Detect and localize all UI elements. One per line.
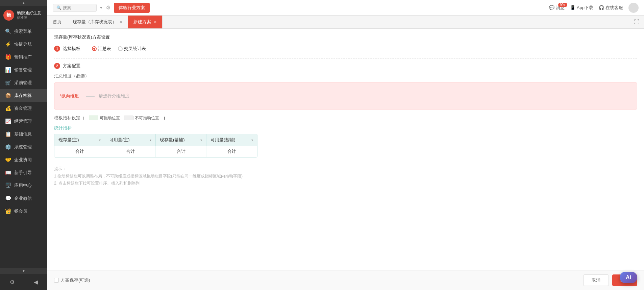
sidebar-item-label: 应用中心 <box>14 183 32 189</box>
cancel-button[interactable]: 取消 <box>583 274 609 286</box>
radio-cross-label: 交叉统计表 <box>124 46 146 52</box>
app-name-block: 畅赚通好生意 标准版 <box>17 10 41 21</box>
sales-icon: 📊 <box>5 67 11 73</box>
section1-header: 1 选择模板 汇总表 交叉统计表 <box>54 46 637 52</box>
indicator-settings: 模板指标设定（ 可拖动位置 不可拖动位置 ） <box>54 115 637 121</box>
bottom-bar: 方案保存(可选) 取消 查询 <box>47 270 644 290</box>
tab-inventory-status[interactable]: 现存量（库存状况表） ✕ <box>67 16 128 28</box>
stat-cell-2: 合计 <box>105 146 156 157</box>
search-chevron-icon[interactable]: ▾ <box>100 5 102 10</box>
sidebar-item-label: 快捷导航 <box>14 41 32 47</box>
sidebar-item-label: 资金管理 <box>14 105 32 112</box>
col3-chevron-icon[interactable]: ▾ <box>200 138 202 142</box>
sidebar-item-sales[interactable]: 📊 销售管理 <box>0 64 47 76</box>
col2-label: 可用量(主) <box>109 137 130 143</box>
col4-chevron-icon[interactable]: ▾ <box>251 138 253 142</box>
sidebar-item-marketing[interactable]: 🎁 营销推广 <box>0 51 47 64</box>
sidebar-item-basic-info[interactable]: 📋 基础信息 <box>0 128 47 141</box>
sidebar-item-cooperation[interactable]: 🤝 企业协同 <box>0 153 47 166</box>
sidebar-item-member[interactable]: 👑 畅会员 <box>0 205 47 218</box>
tips-item1: 1.拖动标题栏可以调整布局，不可跨维度或指标区域拖动栏目字段(只能在同一维度或指… <box>54 173 637 180</box>
tips-title: 提示： <box>54 165 637 173</box>
stat-title: 统计指标 <box>54 125 637 131</box>
section2-header: 2 方案配置 <box>54 63 637 69</box>
sidebar-nav: 🔍 搜索菜单 ⚡ 快捷导航 🎁 营销推广 📊 销售管理 🛒 采购管理 📦 库存核… <box>0 25 47 268</box>
dimension-placeholder: 请选择分组维度 <box>99 93 129 99</box>
sidebar-item-search-menu[interactable]: 🔍 搜索菜单 <box>0 25 47 38</box>
draggable-label: 可拖动位置 <box>100 115 120 121</box>
message-button[interactable]: 💬 消息 99+ <box>549 5 565 11</box>
section2-title: 方案配置 <box>63 63 80 69</box>
search-icon: 🔍 <box>56 5 61 10</box>
sidebar-item-wechat[interactable]: 💬 企业微信 <box>0 192 47 205</box>
section-template: 1 选择模板 汇总表 交叉统计表 <box>54 46 637 52</box>
sidebar-item-purchase[interactable]: 🛒 采购管理 <box>0 76 47 89</box>
sidebar-item-label: 畅会员 <box>14 208 27 214</box>
tab-new-scheme-close-icon[interactable]: ✕ <box>154 20 157 24</box>
sidebar-item-label: 库存核算 <box>14 93 32 99</box>
marketing-icon: 🎁 <box>5 54 11 60</box>
required-mark: *纵向维度 <box>60 93 79 99</box>
online-service-button[interactable]: 🎧 在线客服 <box>599 5 623 11</box>
collapse-icon[interactable]: ◀ <box>32 277 40 287</box>
sidebar: ▲ 畅 畅赚通好生意 标准版 🔍 搜索菜单 ⚡ 快捷导航 🎁 营销推广 📊 销售… <box>0 0 47 290</box>
stat-col-2[interactable]: 可用量(主) ▾ <box>105 134 156 146</box>
col1-chevron-icon[interactable]: ▾ <box>99 138 101 142</box>
tips-item2: 2. 点击标题栏下拉可设置排序、插入列和删除列 <box>54 180 637 187</box>
trial-button[interactable]: 体验行业方案 <box>114 3 150 13</box>
app-logo-icon: 畅 <box>3 10 14 21</box>
gear-icon[interactable]: ⚙ <box>106 4 110 11</box>
col4-label: 可用量(基辅) <box>210 137 236 143</box>
sidebar-scroll-up[interactable]: ▲ <box>0 0 47 6</box>
radio-cross[interactable]: 交叉统计表 <box>118 46 146 52</box>
app-download-button[interactable]: 📱 App下载 <box>570 5 593 11</box>
topbar: 🔍 ▾ ⚙ 体验行业方案 💬 消息 99+ 📱 App下载 🎧 在线客服 <box>47 0 644 16</box>
sidebar-bottom: ⚙ ◀ <box>0 274 47 290</box>
dimension-area[interactable]: *纵向维度 —— 请选择分组维度 <box>54 82 637 110</box>
stat-col-3[interactable]: 现存量(基辅) ▾ <box>156 134 206 146</box>
system-icon: ⚙️ <box>5 144 11 150</box>
non-draggable-badge: 不可拖动位置 <box>124 115 159 121</box>
tab-home[interactable]: 首页 <box>47 16 67 28</box>
sidebar-item-inventory[interactable]: 📦 库存核算 <box>0 89 47 102</box>
main-area: 🔍 ▾ ⚙ 体验行业方案 💬 消息 99+ 📱 App下载 🎧 在线客服 <box>47 0 644 290</box>
dimension-divider: —— <box>86 94 95 99</box>
message-icon: 💬 <box>549 5 554 10</box>
radio-summary[interactable]: 汇总表 <box>92 46 111 52</box>
sidebar-item-system[interactable]: ⚙️ 系统管理 <box>0 141 47 153</box>
stat-col-4[interactable]: 可用量(基辅) ▾ <box>206 134 257 146</box>
tab-new-scheme-label: 新建方案 <box>133 19 151 25</box>
stat-section: 统计指标 现存量(主) ▾ 可用量(主) ▾ <box>54 125 637 159</box>
finance-icon: 💰 <box>5 105 11 112</box>
radio-summary-label: 汇总表 <box>98 46 111 52</box>
tab-inventory-close-icon[interactable]: ✕ <box>119 20 122 24</box>
sidebar-item-app-center[interactable]: 🖥️ 应用中心 <box>0 179 47 192</box>
stat-col-1[interactable]: 现存量(主) ▾ <box>54 134 105 146</box>
search-input[interactable] <box>63 5 93 10</box>
section2-num: 2 <box>54 63 60 69</box>
sidebar-scroll-down[interactable]: ▼ <box>0 268 47 274</box>
stat-table: 现存量(主) ▾ 可用量(主) ▾ 现存量(基辅) ▾ <box>54 134 257 158</box>
sidebar-item-finance[interactable]: 💰 资金管理 <box>0 102 47 115</box>
radio-summary-btn[interactable] <box>92 46 97 51</box>
sidebar-item-quick-nav[interactable]: ⚡ 快捷导航 <box>0 38 47 51</box>
quick-nav-icon: ⚡ <box>5 41 11 47</box>
sidebar-item-label: 基础信息 <box>14 131 32 137</box>
scheme-save-checkbox[interactable]: 方案保存(可选) <box>54 277 90 283</box>
sidebar-item-label: 新手引导 <box>14 170 32 176</box>
wechat-icon: 💬 <box>5 195 11 201</box>
sidebar-item-operations[interactable]: 📈 经营管理 <box>0 115 47 128</box>
tab-new-scheme[interactable]: 新建方案 ✕ <box>128 16 163 28</box>
search-box[interactable]: 🔍 <box>53 4 97 12</box>
tab-expand-icon[interactable]: ⛶ <box>629 16 644 28</box>
save-checkbox-box[interactable] <box>54 278 59 283</box>
settings-icon[interactable]: ⚙ <box>8 277 17 287</box>
user-avatar[interactable] <box>628 3 639 13</box>
basic-info-icon: 📋 <box>5 131 11 137</box>
sidebar-item-guide[interactable]: 📖 新手引导 <box>0 166 47 179</box>
section1-num: 1 <box>54 46 60 52</box>
radio-cross-btn[interactable] <box>118 46 123 51</box>
ai-fab-button[interactable]: Ai <box>620 272 637 283</box>
col2-chevron-icon[interactable]: ▾ <box>150 138 151 142</box>
stat-cell-3: 合计 <box>156 146 206 157</box>
